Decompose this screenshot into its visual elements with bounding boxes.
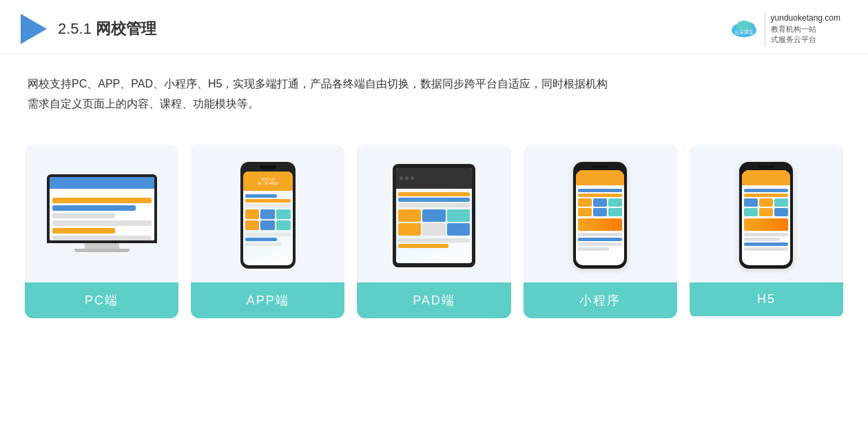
header-right: 云朵课堂 yunduoketang.com 教育机构一站 式服务云平台 xyxy=(729,12,840,45)
card-mini-program-label: 小程序 xyxy=(524,282,677,318)
card-app: 招进人的第一堂冲锋课 xyxy=(191,145,344,318)
pad-device-mockup xyxy=(393,164,475,267)
mini-program-device-mockup xyxy=(573,162,627,269)
card-pc-image xyxy=(25,145,178,282)
brand-tagline: yunduoketang.com 教育机构一站 式服务云平台 xyxy=(765,12,840,45)
card-h5: H5 xyxy=(690,145,843,318)
card-pad-image xyxy=(357,145,510,282)
header-left: 2.5.1 网校管理 xyxy=(21,14,156,44)
logo-triangle-icon xyxy=(21,14,47,44)
app-device-mockup: 招进人的第一堂冲锋课 xyxy=(240,162,296,269)
card-app-image: 招进人的第一堂冲锋课 xyxy=(191,145,344,282)
pc-device-mockup xyxy=(47,174,157,257)
card-h5-image xyxy=(690,145,843,282)
card-pc-label: PC端 xyxy=(25,282,178,318)
card-h5-label: H5 xyxy=(690,282,843,316)
header: 2.5.1 网校管理 云朵课堂 yunduoketang.com 教育机构一站 … xyxy=(0,0,868,54)
page-title: 2.5.1 网校管理 xyxy=(58,19,156,39)
description-line2: 需求自定义页面上的内容、课程、功能模块等。 xyxy=(28,94,840,114)
card-mini-program-image xyxy=(524,145,677,282)
card-pad: PAD端 xyxy=(357,145,510,318)
page: 2.5.1 网校管理 云朵课堂 yunduoketang.com 教育机构一站 … xyxy=(0,0,868,434)
description-block: 网校支持PC、APP、PAD、小程序、H5，实现多端打通，产品各终端自由切换，数… xyxy=(0,54,868,121)
card-app-label: APP端 xyxy=(191,282,344,318)
h5-device-mockup xyxy=(739,162,793,269)
card-mini-program: 小程序 xyxy=(524,145,677,318)
card-pad-label: PAD端 xyxy=(357,282,510,318)
cloud-logo-icon: 云朵课堂 xyxy=(729,17,759,41)
brand-logo: 云朵课堂 xyxy=(729,17,759,41)
platform-cards: PC端 招进人的第一堂冲锋课 xyxy=(0,128,868,318)
card-pc: PC端 xyxy=(25,145,178,318)
svg-text:云朵课堂: 云朵课堂 xyxy=(734,30,754,34)
description-line1: 网校支持PC、APP、PAD、小程序、H5，实现多端打通，产品各终端自由切换，数… xyxy=(28,74,840,94)
